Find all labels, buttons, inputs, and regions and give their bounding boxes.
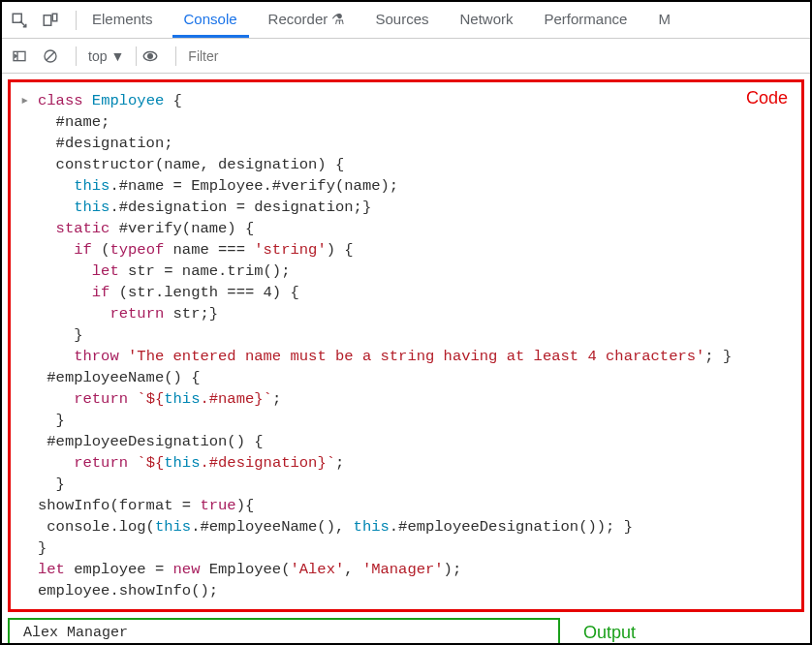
divider <box>136 46 137 66</box>
tab-elements[interactable]: Elements <box>80 3 165 38</box>
output-row: Alex Manager Output <box>8 618 804 645</box>
svg-point-8 <box>147 53 153 59</box>
tab-more[interactable]: M <box>646 3 682 38</box>
output-box: Alex Manager <box>8 618 560 645</box>
flask-icon: ⚗ <box>331 11 344 27</box>
expand-arrow-icon[interactable]: ▸ <box>20 90 38 111</box>
device-toggle-icon[interactable] <box>41 11 60 30</box>
divider <box>76 11 77 30</box>
svg-marker-5 <box>15 54 16 57</box>
code-box: Code ▸class Employee { #name; #designati… <box>8 79 804 612</box>
console-toolbar: top ▼ <box>2 39 810 74</box>
chevron-down-icon: ▼ <box>110 48 124 64</box>
tab-console[interactable]: Console <box>172 3 249 38</box>
code-content[interactable]: ▸class Employee { #name; #designation; c… <box>20 90 792 601</box>
filter-input[interactable] <box>188 48 382 64</box>
tab-performance[interactable]: Performance <box>533 3 640 38</box>
svg-rect-1 <box>44 15 51 25</box>
devtools-header: Elements Console Recorder ⚗ Sources Netw… <box>2 2 810 39</box>
inspect-icon[interactable] <box>10 11 29 30</box>
console-area: Code ▸class Employee { #name; #designati… <box>2 74 810 645</box>
tab-network[interactable]: Network <box>448 3 524 38</box>
tab-sources[interactable]: Sources <box>363 3 440 38</box>
sidebar-toggle-icon[interactable] <box>10 46 29 66</box>
clear-console-icon[interactable] <box>41 46 60 66</box>
tab-recorder[interactable]: Recorder ⚗ <box>257 3 357 38</box>
output-label: Output <box>583 623 636 643</box>
divider <box>76 46 77 66</box>
svg-line-7 <box>47 52 54 60</box>
context-selector[interactable]: top ▼ <box>80 48 132 64</box>
tab-recorder-label: Recorder <box>268 11 328 27</box>
tabs-row: Elements Console Recorder ⚗ Sources Netw… <box>80 3 682 38</box>
context-label: top <box>88 48 107 64</box>
live-expression-icon[interactable] <box>141 46 160 66</box>
svg-rect-2 <box>52 14 57 21</box>
code-label: Code <box>746 88 788 108</box>
divider <box>175 46 176 66</box>
